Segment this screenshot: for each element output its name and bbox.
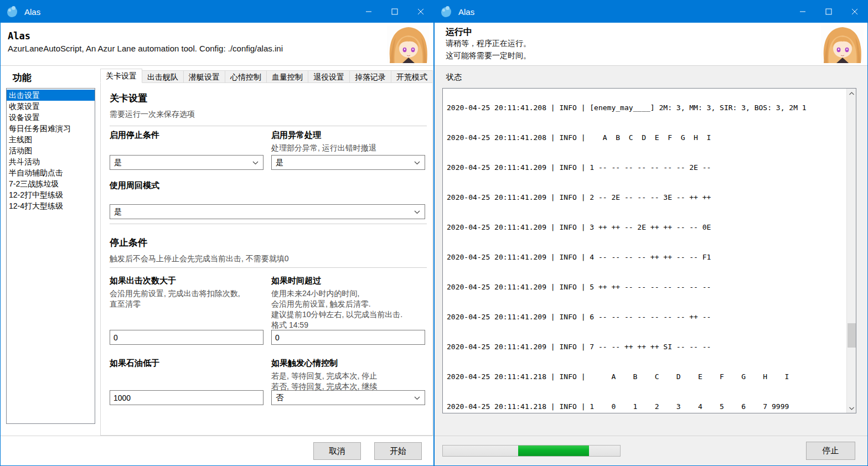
app-header: Alas AzurLaneAutoScript, An Azur Lane au… <box>1 23 433 66</box>
log-line: 2020-04-25 20:11:41.209 | INFO | 2 -- 2E… <box>447 193 846 203</box>
log-line: 2020-04-25 20:11:41.218 | INFO | 1 0 1 2… <box>447 402 846 412</box>
if-oil-input[interactable] <box>110 390 264 405</box>
sidebar-item-coop-event[interactable]: 共斗活动 <box>7 156 95 167</box>
log-lines: 2020-04-25 20:11:41.208 | INFO | [enemy_… <box>443 89 846 412</box>
stage-settings-panel: 关卡设置 需要运行一次来保存选项 启用停止条件 启用异常处理 处理部分异常, 运… <box>100 82 433 436</box>
log-line: 2020-04-25 20:11:41.209 | INFO | 7 -- --… <box>447 342 846 352</box>
stop-condition-desc: 触发后不会马上停止会先完成当前出击, 不需要就填0 <box>110 254 289 264</box>
enable-exception-select[interactable]: 是 <box>271 155 425 170</box>
if-emotion-desc-1: 若是, 等待回复, 完成本次, 停止 <box>271 371 377 381</box>
tab-submarine-settings[interactable]: 潜艇设置 <box>184 70 225 83</box>
if-emotion-label: 如果触发心情控制 <box>271 358 338 369</box>
if-count-label: 如果出击次数大于 <box>110 276 176 286</box>
log-line: 2020-04-25 20:11:41.209 | INFO | 3 ++ ++… <box>447 222 846 232</box>
settings-tabbar: 关卡设置 出击舰队 潜艇设置 心情控制 血量控制 退役设置 掉落记录 开荒模式 <box>100 69 433 83</box>
tab-stage-settings[interactable]: 关卡设置 <box>100 69 142 83</box>
sidebar-item-event-map[interactable]: 活动图 <box>7 145 95 156</box>
runner-window: Alas 运行中 请稍等，程序正在运行。 这可能将需要一定时间。 <box>434 0 868 466</box>
sidebar-item-harvest-settings[interactable]: 收菜设置 <box>7 101 95 112</box>
stop-button[interactable]: 停止 <box>806 442 855 460</box>
sidebar-item-attack-settings[interactable]: 出击设置 <box>7 90 95 101</box>
app-logo-icon <box>441 6 453 18</box>
divider <box>435 436 867 436</box>
app-description: AzurLaneAutoScript, An Azur Lane automat… <box>8 44 283 53</box>
if-count-input[interactable] <box>110 330 264 345</box>
sidebar-item-7-2[interactable]: 7-2三战拣垃圾 <box>7 178 95 189</box>
maximize-icon[interactable] <box>381 1 407 23</box>
if-time-label: 如果时间超过 <box>271 276 321 286</box>
scrollbar-thumb[interactable] <box>848 323 856 348</box>
minimize-icon[interactable] <box>789 1 815 23</box>
sidebar-item-device-settings[interactable]: 设备设置 <box>7 112 95 123</box>
divider <box>110 267 427 268</box>
if-time-desc-3: 建议提前10分钟左右, 以完成当前出击. <box>271 309 402 320</box>
chevron-down-icon <box>414 210 420 214</box>
avatar <box>821 25 864 63</box>
enable-exception-desc: 处理部分异常, 运行出错时撤退 <box>271 143 376 153</box>
enable-stop-value: 是 <box>114 158 122 167</box>
sidebar-item-daily-hard-exercise[interactable]: 每日任务困难演习 <box>7 123 95 134</box>
enable-stop-select[interactable]: 是 <box>110 155 264 170</box>
chevron-down-icon <box>252 161 259 165</box>
run-status-line2: 这可能将需要一定时间。 <box>446 51 531 61</box>
chevron-down-icon <box>414 396 420 400</box>
log-scrollbar[interactable] <box>846 89 856 413</box>
log-line: 2020-04-25 20:11:41.208 | INFO | [enemy_… <box>447 103 846 113</box>
progress-bar <box>442 445 621 457</box>
sidebar-item-main-map[interactable]: 主线图 <box>7 134 95 145</box>
scroll-up-icon[interactable] <box>847 89 856 98</box>
maximize-icon[interactable] <box>815 1 841 23</box>
loop-mode-value: 是 <box>114 207 122 216</box>
function-listbox[interactable]: 出击设置 收菜设置 设备设置 每日任务困难演习 主线图 活动图 共斗活动 半自动… <box>6 88 95 424</box>
log-output[interactable]: 2020-04-25 20:11:41.208 | INFO | [enemy_… <box>442 88 856 413</box>
log-line: 2020-04-25 20:11:41.209 | INFO | 4 -- --… <box>447 252 846 262</box>
run-header: 运行中 请稍等，程序正在运行。 这可能将需要一定时间。 <box>435 23 867 66</box>
tab-drop-record[interactable]: 掉落记录 <box>350 70 391 83</box>
sidebar-item-semi-auto[interactable]: 半自动辅助点击 <box>7 167 95 178</box>
tab-retire-settings[interactable]: 退役设置 <box>308 70 350 83</box>
settings-window: Alas Alas AzurLaneAutoScript, An Azur La… <box>0 0 434 466</box>
window-title: Alas <box>458 7 474 17</box>
if-oil-label: 如果石油低于 <box>110 358 159 369</box>
divider <box>110 224 427 224</box>
status-label: 状态 <box>446 73 462 82</box>
enable-stop-label: 启用停止条件 <box>110 130 159 141</box>
if-count-desc-2: 直至清零 <box>110 299 141 309</box>
if-count-desc-1: 会沿用先前设置, 完成出击将扣除次数, <box>110 288 240 299</box>
app-logo-icon <box>7 6 19 18</box>
run-status-line1: 请稍等，程序正在运行。 <box>446 39 531 49</box>
if-emotion-value: 否 <box>276 393 283 402</box>
log-line: 2020-04-25 20:11:41.209 | INFO | 6 -- --… <box>447 312 846 322</box>
scroll-down-icon[interactable] <box>847 403 856 413</box>
tab-attack-fleet[interactable]: 出击舰队 <box>142 70 184 83</box>
sidebar-item-12-4[interactable]: 12-4打大型练级 <box>7 200 95 211</box>
divider <box>110 126 427 126</box>
stop-condition-title: 停止条件 <box>110 236 147 249</box>
loop-mode-select[interactable]: 是 <box>110 204 425 219</box>
if-time-desc-1: 使用未来24小时内的时间, <box>271 288 359 299</box>
cancel-button[interactable]: 取消 <box>313 442 361 460</box>
app-name: Alas <box>8 30 30 42</box>
if-time-desc-4: 格式 14:59 <box>271 320 308 330</box>
tab-mood-control[interactable]: 心情控制 <box>225 70 267 83</box>
enable-exception-label: 启用异常处理 <box>271 130 321 141</box>
enable-exception-value: 是 <box>276 158 283 167</box>
sidebar-item-12-2[interactable]: 12-2打中型练级 <box>7 189 95 200</box>
tab-hp-control[interactable]: 血量控制 <box>267 70 308 83</box>
close-icon[interactable] <box>407 1 433 23</box>
section-title: 关卡设置 <box>110 92 147 105</box>
tab-pioneer-mode[interactable]: 开荒模式 <box>391 70 433 83</box>
sidebar-title: 功能 <box>13 71 32 84</box>
window-title: Alas <box>24 7 40 17</box>
minimize-icon[interactable] <box>355 1 381 23</box>
if-emotion-select[interactable]: 否 <box>271 390 425 405</box>
titlebar[interactable]: Alas <box>1 1 433 23</box>
if-time-input[interactable] <box>271 330 425 345</box>
titlebar[interactable]: Alas <box>435 1 867 23</box>
start-button[interactable]: 开始 <box>374 442 422 460</box>
log-line: 2020-04-25 20:11:41.209 | INFO | 1 -- --… <box>447 163 846 173</box>
log-viewport: 2020-04-25 20:11:41.208 | INFO | [enemy_… <box>443 89 846 412</box>
close-icon[interactable] <box>841 1 867 23</box>
divider <box>1 436 433 436</box>
desktop: Alas Alas AzurLaneAutoScript, An Azur La… <box>0 0 868 466</box>
